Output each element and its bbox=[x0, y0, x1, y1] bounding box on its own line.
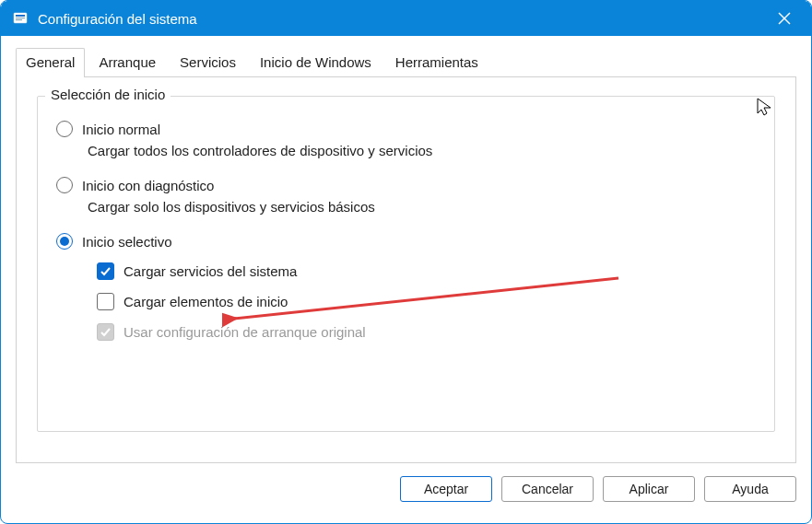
svg-rect-2 bbox=[16, 17, 25, 18]
close-icon bbox=[778, 12, 791, 25]
radio-diagnostic[interactable] bbox=[56, 177, 73, 193]
tab-general[interactable]: General bbox=[16, 48, 85, 77]
check-row-load-system-services[interactable]: Cargar servicios del sistema bbox=[97, 262, 756, 280]
groupbox-startup-selection: Selección de inicio Inicio normal Cargar… bbox=[37, 96, 775, 432]
radio-row-normal[interactable]: Inicio normal bbox=[56, 121, 756, 137]
radio-normal-label: Inicio normal bbox=[82, 122, 160, 137]
app-icon bbox=[12, 9, 30, 28]
checkmark-icon bbox=[100, 265, 112, 277]
checkbox-load-startup-items[interactable] bbox=[97, 293, 114, 310]
svg-rect-1 bbox=[16, 15, 25, 17]
check-row-load-startup-items[interactable]: Cargar elementos de inicio bbox=[97, 293, 756, 310]
radio-normal-desc: Cargar todos los controladores de dispos… bbox=[88, 143, 756, 158]
cancel-button[interactable]: Cancelar bbox=[501, 476, 594, 502]
checkbox-load-system-services[interactable] bbox=[97, 262, 114, 280]
tab-strip: General Arranque Servicios Inicio de Win… bbox=[16, 47, 796, 76]
radio-row-diagnostic[interactable]: Inicio con diagnóstico bbox=[56, 177, 756, 193]
tab-inicio-windows[interactable]: Inicio de Windows bbox=[250, 48, 382, 77]
tab-servicios[interactable]: Servicios bbox=[170, 48, 246, 77]
radio-selective[interactable] bbox=[56, 233, 73, 250]
tab-arranque[interactable]: Arranque bbox=[88, 48, 166, 77]
window-title: Configuración del sistema bbox=[38, 11, 197, 27]
radio-selective-label: Inicio selectivo bbox=[82, 234, 172, 250]
radio-diagnostic-label: Inicio con diagnóstico bbox=[82, 178, 214, 193]
radio-row-selective[interactable]: Inicio selectivo bbox=[56, 233, 756, 250]
tab-panel-general: Selección de inicio Inicio normal Cargar… bbox=[16, 76, 796, 463]
checkmark-icon bbox=[100, 326, 112, 338]
dialog-button-row: Aceptar Cancelar Aplicar Ayuda bbox=[16, 476, 796, 502]
radio-normal[interactable] bbox=[56, 121, 73, 137]
check-label-load-system-services: Cargar servicios del sistema bbox=[124, 263, 297, 279]
titlebar: Configuración del sistema bbox=[1, 1, 811, 36]
svg-rect-3 bbox=[16, 19, 22, 20]
tab-herramientas[interactable]: Herramientas bbox=[385, 48, 488, 77]
check-label-use-original-boot: Usar configuración de arranque original bbox=[124, 324, 366, 340]
selective-sub-options: Cargar servicios del sistema Cargar elem… bbox=[97, 262, 756, 341]
apply-button[interactable]: Aplicar bbox=[603, 476, 695, 502]
checkbox-use-original-boot bbox=[97, 323, 114, 341]
groupbox-legend: Selección de inicio bbox=[45, 87, 171, 102]
ok-button[interactable]: Aceptar bbox=[400, 476, 492, 502]
radio-diagnostic-desc: Cargar solo los dispositivos y servicios… bbox=[88, 199, 756, 215]
help-button[interactable]: Ayuda bbox=[704, 476, 796, 502]
check-label-load-startup-items: Cargar elementos de inicio bbox=[124, 294, 288, 309]
check-row-use-original-boot: Usar configuración de arranque original bbox=[97, 323, 756, 341]
client-area: General Arranque Servicios Inicio de Win… bbox=[1, 36, 811, 515]
close-button[interactable] bbox=[763, 1, 806, 36]
